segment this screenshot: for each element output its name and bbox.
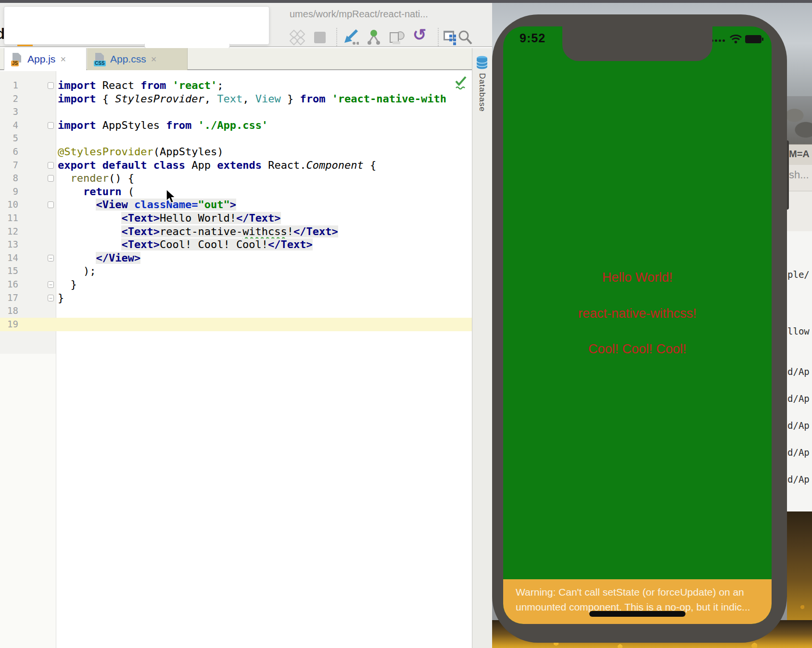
js-file-icon: JS (11, 53, 23, 65)
fold-marker[interactable]: – (48, 255, 54, 262)
commit-icon[interactable] (366, 29, 382, 46)
iphone-screen: 9:52 Hello World! react-native-withcss! (503, 26, 772, 624)
terminal-text-fragment: ple/ (787, 269, 810, 280)
code-token (58, 225, 121, 237)
code-token: StylesProvider (115, 93, 204, 105)
screen: M=A sh... ple/llowd/Apd/Apd/Apd/Apd/Ap 9… (0, 0, 812, 648)
code-line: import { StylesProvider, Text, View } fr… (58, 92, 446, 106)
code-token: import (58, 93, 96, 105)
code-token: React (96, 79, 140, 91)
line-number: 2 (0, 92, 18, 106)
tab-app-js[interactable]: JS App.js × (4, 48, 87, 70)
code-token: export (58, 159, 96, 171)
code-token: { (96, 93, 115, 105)
terminal-text-fragment: d/Ap (787, 474, 810, 485)
fold-marker[interactable] (48, 175, 54, 182)
toolbar-separator (336, 28, 337, 46)
code-token: default (102, 159, 147, 171)
code-line: return ( (58, 185, 134, 199)
code-token: <View (96, 199, 127, 211)
tab-label: App.css (110, 53, 146, 65)
tab-app-css[interactable]: CSS App.css × (87, 48, 188, 70)
app-text-hello-world: Hello World! (503, 270, 772, 285)
window-title-path: umes/work/mpReact/react-nati... (290, 9, 428, 20)
warning-line-1: Warning: Can't call setState (or forceUp… (516, 585, 772, 599)
code-token: </Text> (268, 238, 313, 250)
code-token: 'react' (172, 79, 217, 91)
update-project-icon[interactable] (343, 29, 359, 46)
code-token: <Text> (121, 238, 159, 250)
code-token: } (58, 278, 77, 290)
code-token: , (204, 93, 217, 105)
code-line: <View className="out"> (58, 198, 236, 212)
line-number: 13 (0, 238, 18, 251)
code-line: ); (58, 264, 96, 278)
code-token: "out" (198, 199, 229, 211)
ide-window: d umes/work/mpReact/react-nati... (0, 0, 492, 648)
code-token: ! (287, 225, 293, 237)
code-token: ); (58, 265, 96, 277)
code-token: Cool! Cool! Cool! (160, 238, 268, 250)
fold-marker[interactable] (48, 82, 54, 89)
code-token (96, 159, 102, 171)
build-icon[interactable] (289, 29, 305, 46)
code-token (191, 119, 198, 131)
sql-console-icon[interactable] (443, 29, 459, 46)
code-token: './App.css' (198, 119, 268, 131)
database-icon[interactable] (476, 56, 488, 69)
code-token: from (300, 93, 325, 105)
fold-marker[interactable] (48, 201, 54, 208)
code-token (128, 199, 134, 211)
app-text-package-name: react-native-withcss! (503, 306, 772, 321)
rollback-icon[interactable]: ↺ (413, 25, 429, 42)
code-token: (AppStyles) (153, 146, 224, 158)
code-editor[interactable]: 1import React from 'react';2import { Sty… (0, 71, 472, 648)
terminal-text-fragment: d/Ap (787, 393, 810, 404)
terminal-text-fragment: d/Ap (787, 366, 810, 377)
line-number: 19 (0, 318, 18, 331)
code-line: render() { (58, 172, 134, 185)
iphone-simulator-bezel: 9:52 Hello World! react-native-withcss! (492, 14, 787, 643)
code-token: () { (109, 172, 134, 184)
code-token: } (281, 93, 300, 105)
stop-icon[interactable] (314, 32, 326, 43)
line-number: 8 (0, 172, 18, 185)
line-number: 5 (0, 132, 18, 145)
tab-close-icon[interactable]: × (60, 54, 66, 65)
top-screen-edge (0, 0, 812, 3)
fold-marker[interactable]: – (48, 281, 54, 288)
fold-marker[interactable] (48, 162, 54, 169)
line-number: 17 (0, 291, 18, 305)
line-number: 15 (0, 264, 18, 278)
code-token (58, 238, 121, 250)
code-token: return (83, 186, 121, 198)
code-token: class (153, 159, 185, 171)
code-token: withcss (242, 225, 287, 237)
floating-popup (4, 6, 269, 45)
fold-marker[interactable] (48, 122, 54, 129)
fold-marker[interactable]: – (48, 295, 54, 301)
inspection-check-icon[interactable] (454, 75, 468, 91)
tab-close-icon[interactable]: × (151, 54, 157, 65)
home-indicator (589, 611, 685, 617)
gutter-lower (0, 354, 56, 648)
line-number: 7 (0, 159, 18, 172)
tab-label: App.js (27, 53, 55, 65)
gutter-separator (56, 71, 56, 648)
code-line: <Text>Hello World!</Text> (58, 212, 281, 225)
database-stripe-label[interactable]: Database (477, 73, 487, 112)
code-token: React. (262, 159, 306, 171)
code-line: export default class App extends React.C… (58, 159, 376, 172)
diff-icon[interactable] (389, 29, 405, 46)
search-icon[interactable] (457, 29, 473, 46)
code-line: @StylesProvider(AppStyles) (58, 145, 223, 159)
line-number: 11 (0, 212, 18, 225)
react-native-warning-banner[interactable]: Warning: Can't call setState (or forceUp… (503, 579, 772, 624)
code-token: react-native- (160, 225, 242, 237)
code-token (58, 186, 83, 198)
code-token (58, 252, 96, 264)
code-token: ; (217, 79, 223, 91)
database-tool-stripe[interactable] (472, 48, 492, 648)
code-token: extends (217, 159, 262, 171)
code-token (58, 172, 71, 184)
